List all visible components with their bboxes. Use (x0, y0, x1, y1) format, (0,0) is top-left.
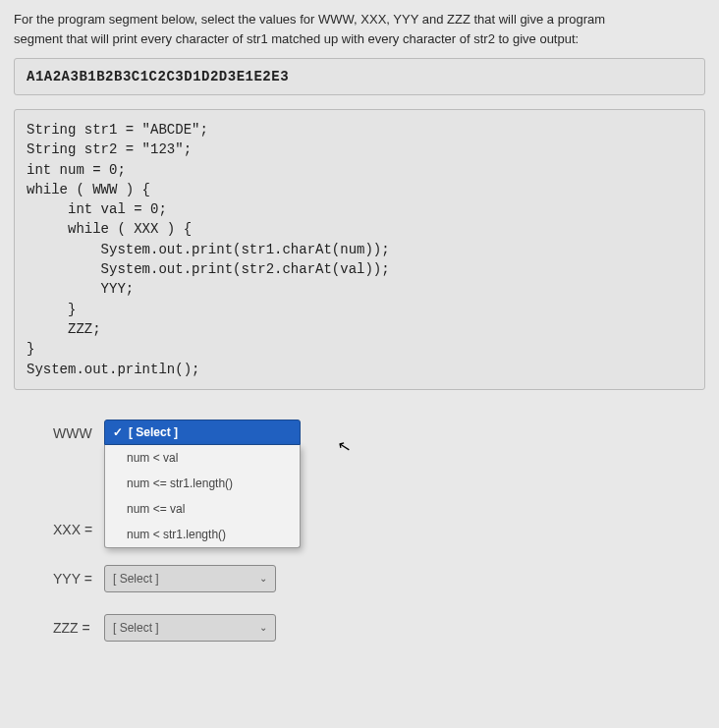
code-text: String str1 = "ABCDE"; String str2 = "12… (27, 122, 390, 377)
www-dropdown-selected[interactable]: ✓ [ Select ] (104, 420, 301, 445)
question-line-2: segment that will print every character … (14, 31, 579, 46)
question-line-1: For the program segment below, select th… (14, 12, 605, 27)
www-option-1[interactable]: num <= str1.length() (105, 471, 300, 496)
www-selected-text: [ Select ] (129, 425, 178, 439)
www-dropdown-list: num < val num <= str1.length() num <= va… (104, 445, 301, 548)
yyy-label: YYY = (53, 565, 104, 587)
answer-section: WWW ✓ [ Select ] num < val num <= str1.l… (14, 420, 705, 642)
answer-row-zzz: ZZZ = [ Select ] ⌄ (53, 614, 705, 642)
code-segment-box: String str1 = "ABCDE"; String str2 = "12… (14, 109, 705, 390)
zzz-select[interactable]: [ Select ] ⌄ (104, 614, 276, 642)
cursor-icon: ↖ (336, 436, 353, 457)
expected-output-text: A1A2A3B1B2B3C1C2C3D1D2D3E1E2E3 (27, 69, 289, 84)
answer-row-yyy: YYY = [ Select ] ⌄ (53, 565, 705, 592)
zzz-placeholder: [ Select ] (113, 621, 159, 635)
www-option-3[interactable]: num < str1.length() (105, 522, 300, 547)
answer-row-www: WWW ✓ [ Select ] num < val num <= str1.l… (53, 420, 705, 445)
chevron-down-icon: ⌄ (259, 573, 267, 584)
www-label: WWW (53, 420, 104, 441)
www-option-0[interactable]: num < val (105, 445, 300, 471)
yyy-placeholder: [ Select ] (113, 572, 159, 586)
chevron-down-icon: ⌄ (259, 622, 267, 633)
xxx-label: XXX = (53, 516, 104, 537)
www-option-2[interactable]: num <= val (105, 496, 300, 522)
question-prompt: For the program segment below, select th… (14, 10, 705, 48)
check-icon: ✓ (113, 425, 123, 439)
expected-output-box: A1A2A3B1B2B3C1C2C3D1D2D3E1E2E3 (14, 58, 705, 95)
www-dropdown[interactable]: ✓ [ Select ] num < val num <= str1.lengt… (104, 420, 301, 445)
zzz-label: ZZZ = (53, 614, 104, 636)
yyy-select[interactable]: [ Select ] ⌄ (104, 565, 276, 592)
